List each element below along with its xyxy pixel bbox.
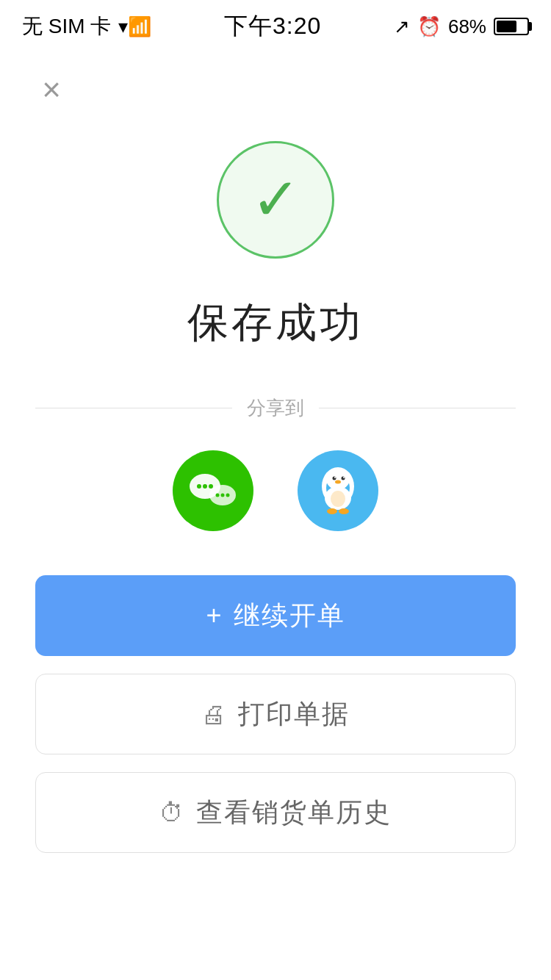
print-button[interactable]: 🖨 打印单据 <box>35 674 516 754</box>
svg-point-14 <box>342 477 345 480</box>
svg-point-16 <box>343 477 345 478</box>
close-button[interactable]: × <box>29 68 73 112</box>
history-button-label: 查看销货单历史 <box>196 795 392 831</box>
print-button-label: 打印单据 <box>238 696 350 732</box>
svg-point-7 <box>226 494 230 497</box>
status-left: 无 SIM 卡 ▾📶 <box>22 12 151 40</box>
time-display: 下午3:20 <box>224 10 321 43</box>
svg-point-13 <box>333 477 336 480</box>
divider-right <box>319 408 516 408</box>
history-icon: ⏱ <box>159 799 184 827</box>
continue-order-button[interactable]: + 继续开单 <box>35 575 516 656</box>
close-button-area: × <box>0 53 551 112</box>
share-section: 分享到 <box>35 395 516 531</box>
share-icons-row <box>35 450 516 531</box>
svg-point-19 <box>331 491 345 507</box>
svg-point-3 <box>209 484 213 489</box>
svg-point-2 <box>203 484 207 489</box>
plus-icon: + <box>206 600 221 631</box>
action-buttons: + 继续开单 🖨 打印单据 ⏱ 查看销货单历史 <box>35 575 516 853</box>
print-icon: 🖨 <box>201 700 226 729</box>
status-bar: 无 SIM 卡 ▾📶 下午3:20 ↗ ⏰ 68% <box>0 0 551 53</box>
checkmark-icon: ✓ <box>251 170 300 229</box>
wifi-icon: ▾📶 <box>118 15 151 38</box>
svg-point-5 <box>216 494 220 497</box>
svg-point-20 <box>327 508 337 514</box>
continue-button-label: 继续开单 <box>234 598 345 634</box>
carrier-text: 无 SIM 卡 <box>22 12 111 40</box>
battery-percent: 68% <box>448 15 486 38</box>
qq-icon <box>314 466 361 516</box>
success-title: 保存成功 <box>187 295 364 351</box>
wechat-icon <box>189 470 237 511</box>
svg-point-1 <box>197 484 201 489</box>
share-label: 分享到 <box>247 395 304 421</box>
history-button[interactable]: ⏱ 查看销货单历史 <box>35 772 516 853</box>
svg-point-21 <box>339 508 349 514</box>
main-content: ✓ 保存成功 分享到 <box>0 112 551 980</box>
battery-bar <box>494 18 529 35</box>
svg-point-17 <box>335 480 341 484</box>
wechat-share-button[interactable] <box>173 450 253 531</box>
battery-fill <box>497 21 516 32</box>
divider-left <box>35 408 232 408</box>
qq-share-button[interactable] <box>298 450 378 531</box>
share-divider-row: 分享到 <box>35 395 516 421</box>
svg-point-6 <box>221 494 225 497</box>
svg-point-15 <box>334 477 336 478</box>
location-icon: ↗ <box>394 15 410 38</box>
close-icon: × <box>42 73 61 106</box>
status-right: ↗ ⏰ 68% <box>394 15 529 38</box>
success-circle: ✓ <box>217 141 334 259</box>
alarm-icon: ⏰ <box>417 15 441 38</box>
